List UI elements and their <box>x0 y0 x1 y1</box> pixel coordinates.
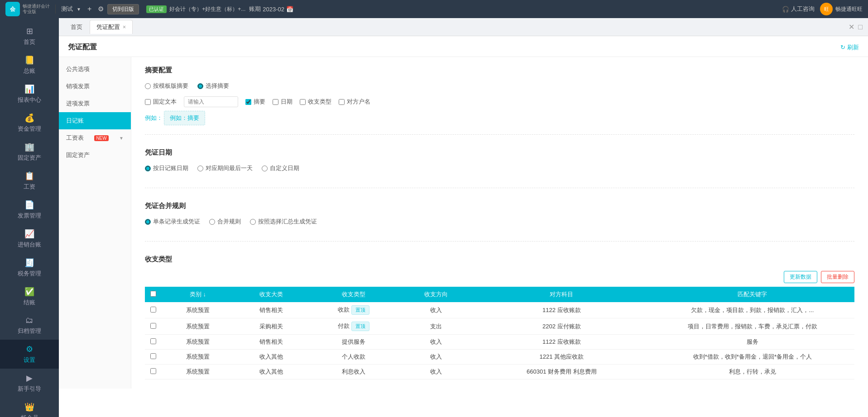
row-major-type: 采购相关 <box>235 318 308 335</box>
radio-merge-rules[interactable]: 合并规则 <box>209 218 241 226</box>
content-area: 首页 凭证配置 × ✕ □ 凭证配置 ↻ 刷新 <box>59 18 868 417</box>
row-checkbox[interactable] <box>150 307 156 313</box>
row-keywords: 项目，日常费用，报销款，车费，承兑汇票，付款 <box>651 318 854 335</box>
batch-delete-button[interactable]: 批量删除 <box>821 271 854 283</box>
sidebar-item-assets[interactable]: 🏢 固定资产 <box>0 137 59 166</box>
row-subject: 1122 应收账款 <box>473 302 651 318</box>
radio-summary-generate[interactable]: 按照选择汇总生成凭证 <box>250 218 317 226</box>
th-subject: 对方科目 <box>473 287 651 302</box>
voucher-date-title: 凭证日期 <box>145 148 854 157</box>
row-direction: 收入 <box>399 350 473 365</box>
sidebar-item-sales[interactable]: 📈 进销台账 <box>0 224 59 253</box>
row-major-type: 收入其他 <box>235 350 308 365</box>
th-type: 收支类型 <box>308 287 399 302</box>
sidebar-item-guide[interactable]: ▶ 新手引导 <box>0 369 59 398</box>
assets-icon: 🏢 <box>24 142 34 152</box>
topbar-right: 🎧 人工咨询 旺 畅捷通旺旺 <box>782 3 863 15</box>
left-nav-public[interactable]: 公共选项 <box>59 61 131 78</box>
th-keywords: 匹配关键字 <box>651 287 854 302</box>
sidebar-item-archive[interactable]: 🗂 归档管理 <box>0 311 59 340</box>
reset-button[interactable]: 置顶 <box>351 305 369 315</box>
new-badge: NEW <box>94 135 108 141</box>
row-checkbox[interactable] <box>150 353 156 359</box>
row-checkbox[interactable] <box>150 368 156 374</box>
update-data-button[interactable]: 更新数据 <box>784 271 817 283</box>
income-expense-section: 收支类型 更新数据 批量删除 类别 ↓ <box>145 255 854 379</box>
summary-radio-group: 按模板版摘要 选择摘要 <box>145 82 854 90</box>
checkbox-income-type[interactable]: 收支类型 <box>300 98 331 106</box>
radio-select-summary[interactable]: 选择摘要 <box>197 82 229 90</box>
radio-journal-date[interactable]: 按日记账日期 <box>145 164 188 172</box>
sidebar-item-home[interactable]: ⊞ 首页 <box>0 22 59 51</box>
row-category: 系统预置 <box>161 318 235 335</box>
sidebar-item-settle[interactable]: ✅ 结账 <box>0 282 59 311</box>
row-major-type: 销售相关 <box>235 335 308 350</box>
sidebar-item-ledger[interactable]: 📒 总账 <box>0 51 59 80</box>
fund-icon: 💰 <box>24 113 34 123</box>
company-dropdown-icon[interactable]: ▼ <box>77 7 81 12</box>
radio-template-summary[interactable]: 按模板版摘要 <box>145 82 188 90</box>
radio-single-record[interactable]: 单条记录生成凭证 <box>145 218 200 226</box>
reset-button[interactable]: 置顶 <box>351 322 369 331</box>
sidebar-item-reports[interactable]: 📊 报表中心 <box>0 80 59 109</box>
row-subject: 660301 财务费用 利息费用 <box>473 365 651 379</box>
row-subject: 1122 应收账款 <box>473 335 651 350</box>
settle-icon: ✅ <box>24 287 34 297</box>
radio-custom-date[interactable]: 自定义日期 <box>262 164 299 172</box>
fixed-text-input[interactable] <box>184 96 238 107</box>
service-button[interactable]: 🎧 人工咨询 <box>782 5 815 13</box>
checkbox-date[interactable]: 日期 <box>273 98 293 106</box>
sidebar-item-invoice[interactable]: 📄 发票管理 <box>0 195 59 224</box>
left-nav: 公共选项 销项发票 进项发票 日记账 工资表 NEW ▼ <box>59 57 131 389</box>
row-subject: 2202 应付账款 <box>473 318 651 335</box>
row-direction: 收入 <box>399 335 473 350</box>
row-direction: 收入 <box>399 302 473 318</box>
voucher-date-section: 凭证日期 按日记账日期 对应期间最后一天 <box>145 148 854 188</box>
sidebar-item-member[interactable]: 👑 畅会员 <box>0 398 59 417</box>
table-body: 系统预置 销售相关 收款 置顶 收入 1122 应收账款 欠款，现金，项目款，到… <box>145 302 854 379</box>
left-nav-purchase-invoice[interactable]: 进项发票 <box>59 95 131 112</box>
checkbox-fixed-text[interactable]: 固定文本 <box>145 98 177 106</box>
topbar: 会 畅捷通好会计 专业版 测试 ▼ + ⚙ 切到旧版 已认证 好会计（专）+好生… <box>0 0 868 18</box>
left-nav-payroll-table[interactable]: 工资表 NEW ▼ <box>59 129 131 147</box>
calendar-icon[interactable]: 📅 <box>286 6 293 13</box>
badge-description: 好会计（专）+好生意（标）+... <box>169 5 245 13</box>
refresh-button[interactable]: ↻ 刷新 <box>840 43 859 52</box>
select-all-checkbox[interactable] <box>150 291 156 297</box>
example-box: 例如：摘要 <box>164 111 205 125</box>
sidebar-item-payroll[interactable]: 📋 工资 <box>0 166 59 195</box>
tab-close-icon[interactable]: × <box>123 24 126 30</box>
row-checkbox[interactable] <box>150 323 156 329</box>
row-major-type: 收入其他 <box>235 365 308 379</box>
left-nav-sales-invoice[interactable]: 销项发票 <box>59 78 131 95</box>
window-close-button[interactable]: ✕ <box>849 23 854 31</box>
table-row: 系统预置 采购相关 付款 置顶 支出 2202 应付账款 项目，日常费用，报销款… <box>145 318 854 335</box>
row-type: 收款 置顶 <box>308 302 399 318</box>
tab-home[interactable]: 首页 <box>64 20 89 34</box>
refresh-icon: ↻ <box>840 44 845 51</box>
add-button[interactable]: + <box>85 4 94 14</box>
gear-button[interactable]: ⚙ <box>98 5 104 13</box>
row-checkbox[interactable] <box>150 338 156 344</box>
row-checkbox-cell <box>145 335 161 350</box>
row-direction: 收入 <box>399 365 473 379</box>
page-header: 凭证配置 ↻ 刷新 <box>59 36 868 57</box>
radio-period-last-day[interactable]: 对应期间最后一天 <box>197 164 253 172</box>
window-maximize-button[interactable]: □ <box>858 23 863 31</box>
th-category: 类别 ↓ <box>161 287 235 302</box>
checkbox-counterparty[interactable]: 对方户名 <box>339 98 370 106</box>
th-direction: 收支方向 <box>399 287 473 302</box>
tab-voucher-config[interactable]: 凭证配置 × <box>90 20 133 34</box>
payroll-icon: 📋 <box>24 171 34 181</box>
checkbox-summary[interactable]: 摘要 <box>245 98 265 106</box>
table-row: 系统预置 销售相关 收款 置顶 收入 1122 应收账款 欠款，现金，项目款，到… <box>145 302 854 318</box>
left-nav-journal[interactable]: 日记账 <box>59 112 131 129</box>
merge-rules-title: 凭证合并规则 <box>145 202 854 210</box>
left-nav-fixed-assets[interactable]: 固定资产 <box>59 147 131 164</box>
sidebar-item-fund[interactable]: 💰 资金管理 <box>0 109 59 137</box>
sidebar-item-settings[interactable]: ⚙ 设置 <box>0 340 59 369</box>
sidebar-item-tax[interactable]: 🧾 税务管理 <box>0 253 59 282</box>
row-keywords: 服务 <box>651 335 854 350</box>
summary-checkbox-group: 固定文本 摘要 日期 <box>145 96 854 107</box>
switch-version-button[interactable]: 切到旧版 <box>107 4 139 14</box>
